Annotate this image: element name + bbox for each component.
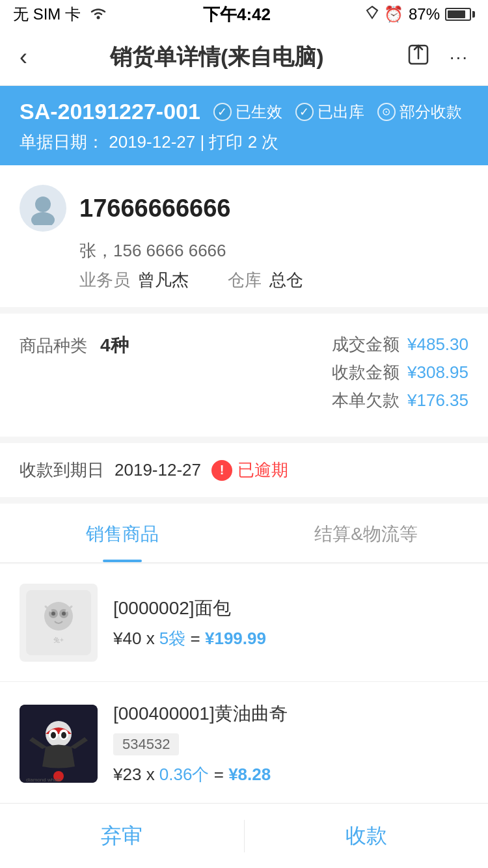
nav-actions: ··· xyxy=(407,43,468,72)
svg-point-9 xyxy=(62,612,66,616)
product-image-placeholder-1: 兔+ xyxy=(20,584,98,662)
product-item: 兔+ [0000002]面包 ¥40 x 5袋 = ¥199.99 xyxy=(0,564,488,682)
product-thumb-2: diamond whale xyxy=(20,705,98,783)
due-label: 收款到期日 xyxy=(20,459,104,481)
overdue-badge: ! 已逾期 xyxy=(211,459,288,481)
product-thumb-1: 兔+ xyxy=(20,584,98,662)
tab-sales-products[interactable]: 销售商品 xyxy=(0,504,244,562)
warehouse-value: 总仓 xyxy=(269,269,303,292)
stats-section: 商品种类 4种 成交金额 ¥485.30 收款金额 ¥308.95 本单欠款 ¥… xyxy=(0,314,488,437)
svg-text:diamond whale: diamond whale xyxy=(26,777,61,783)
price-total-2: ¥8.28 xyxy=(228,765,271,784)
alarm-icon: ⏰ xyxy=(384,5,403,23)
page-title: 销货单详情(来自电脑) xyxy=(110,42,324,72)
product-name-1: [0000002]面包 xyxy=(113,596,468,621)
warehouse-info: 仓库 总仓 xyxy=(228,269,303,292)
product-image-2: diamond whale xyxy=(20,705,98,783)
customer-section: 17666666666 张，156 6666 6666 业务员 曾凡杰 仓库 总… xyxy=(0,165,488,307)
deal-amount-value: ¥485.30 xyxy=(407,334,468,355)
tabs-section: 销售商品 结算&物流等 xyxy=(0,504,488,563)
product-types-label: 商品种类 xyxy=(20,334,87,357)
battery-icon xyxy=(445,8,475,21)
product-types-count: 4种 xyxy=(100,333,129,358)
owed-item: 本单欠款 ¥176.35 xyxy=(332,389,468,412)
sales-label: 业务员 xyxy=(79,269,130,292)
tabs-row: 销售商品 结算&物流等 xyxy=(0,504,488,563)
warehouse-label: 仓库 xyxy=(228,269,262,292)
price-base-1: ¥40 xyxy=(113,629,141,648)
price-total-1: ¥199.99 xyxy=(205,629,266,648)
owed-label: 本单欠款 xyxy=(332,389,400,412)
date-label: 单据日期： xyxy=(20,132,104,152)
product-info-2: [000400001]黄油曲奇 534532 ¥23 x 0.36个 = ¥8.… xyxy=(113,701,468,786)
status-left: 无 SIM 卡 xyxy=(13,4,108,25)
received-value: ¥308.95 xyxy=(407,362,468,383)
deal-amount-item: 成交金额 ¥485.30 xyxy=(332,333,468,356)
sales-person: 曾凡杰 xyxy=(138,269,189,292)
bottom-bar: 弃审 收款 xyxy=(0,803,488,868)
price-qty-2: 0.36个 xyxy=(159,765,210,784)
received-label: 收款金额 xyxy=(332,361,400,384)
svg-point-3 xyxy=(31,212,55,225)
back-button[interactable]: ‹ xyxy=(20,44,27,71)
customer-phone: 17666666666 xyxy=(79,195,230,223)
confirm-button[interactable]: 收款 xyxy=(245,809,489,863)
product-types-item: 商品种类 4种 xyxy=(20,333,129,358)
product-name-2: [000400001]黄油曲奇 xyxy=(113,701,468,726)
check-icon-1: ✓ xyxy=(213,103,232,121)
owed-value: ¥176.35 xyxy=(407,390,468,411)
product-batch-2: 534532 xyxy=(113,733,179,755)
received-item: 收款金额 ¥308.95 xyxy=(332,361,468,384)
customer-row: 17666666666 xyxy=(20,185,468,232)
due-date-value: 2019-12-27 xyxy=(115,460,201,480)
wifi-icon xyxy=(88,5,108,23)
avatar xyxy=(20,185,66,232)
badge-partial-payment: ⊙ 部分收款 xyxy=(377,102,462,122)
svg-point-16 xyxy=(61,732,66,739)
location-icon xyxy=(366,5,379,23)
print-info: | 打印 2 次 xyxy=(200,132,278,152)
status-bar: 无 SIM 卡 下午4:42 ⏰ 87% xyxy=(0,0,488,29)
svg-point-8 xyxy=(51,612,55,616)
product-info-1: [0000002]面包 ¥40 x 5袋 = ¥199.99 xyxy=(113,596,468,650)
overdue-text: 已逾期 xyxy=(237,459,288,481)
customer-name-phone: 张，156 6666 6666 xyxy=(20,239,468,262)
customer-info: 业务员 曾凡杰 仓库 总仓 xyxy=(20,269,468,292)
more-icon[interactable]: ··· xyxy=(450,47,468,68)
stats-right: 成交金额 ¥485.30 收款金额 ¥308.95 本单欠款 ¥176.35 xyxy=(332,333,468,417)
share-icon[interactable] xyxy=(407,43,430,72)
stats-row: 商品种类 4种 成交金额 ¥485.30 收款金额 ¥308.95 本单欠款 ¥… xyxy=(20,333,468,417)
carrier-text: 无 SIM 卡 xyxy=(13,4,81,25)
due-section: 收款到期日 2019-12-27 ! 已逾期 xyxy=(0,443,488,497)
deal-amount-label: 成交金额 xyxy=(332,333,400,356)
badge-activated: ✓ 已生效 xyxy=(213,102,282,122)
nav-bar: ‹ 销货单详情(来自电脑) ··· xyxy=(0,29,488,86)
product-list: 兔+ [0000002]面包 ¥40 x 5袋 = ¥199.99 xyxy=(0,564,488,806)
battery-text: 87% xyxy=(409,5,440,23)
price-qty-1: 5袋 xyxy=(159,629,185,648)
header-banner: SA-20191227-001 ✓ 已生效 ✓ 已出库 ⊙ 部分收款 单据日期：… xyxy=(0,86,488,165)
status-time: 下午4:42 xyxy=(203,3,271,26)
svg-point-2 xyxy=(35,197,51,212)
svg-point-0 xyxy=(97,16,100,20)
product-price-1: ¥40 x 5袋 = ¥199.99 xyxy=(113,627,468,650)
svg-point-15 xyxy=(51,732,56,739)
tab-settlement[interactable]: 结算&物流等 xyxy=(244,504,488,562)
badge-shipped: ✓ 已出库 xyxy=(295,102,364,122)
status-right: ⏰ 87% xyxy=(366,5,475,23)
product-price-2: ¥23 x 0.36个 = ¥8.28 xyxy=(113,763,468,786)
stats-left: 商品种类 4种 xyxy=(20,333,129,363)
sales-info: 业务员 曾凡杰 xyxy=(79,269,189,292)
order-id: SA-20191227-001 xyxy=(20,99,200,124)
product-item-2: diamond whale [000400001]黄油曲奇 534532 ¥23… xyxy=(0,682,488,806)
order-date: 2019-12-27 xyxy=(109,132,195,152)
banner-row1: SA-20191227-001 ✓ 已生效 ✓ 已出库 ⊙ 部分收款 xyxy=(20,99,468,124)
banner-date-row: 单据日期： 2019-12-27 | 打印 2 次 xyxy=(20,131,468,154)
clock-icon: ⊙ xyxy=(377,103,396,121)
cancel-button[interactable]: 弃审 xyxy=(0,809,244,863)
overdue-icon: ! xyxy=(211,460,232,481)
check-icon-2: ✓ xyxy=(295,103,314,121)
svg-point-5 xyxy=(44,602,73,631)
price-base-2: ¥23 xyxy=(113,765,141,784)
svg-text:兔+: 兔+ xyxy=(53,636,64,644)
